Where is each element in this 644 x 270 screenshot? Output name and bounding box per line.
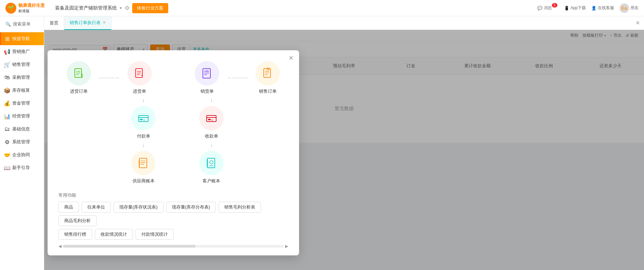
flow-node-purchase-receipt[interactable]: 进货单 <box>119 61 160 94</box>
app-download-btn[interactable]: 📱 App下载 <box>564 5 586 11</box>
func-buttons-row-2: 销售排行榜 收款情况统计 付款情况统计 <box>58 229 288 240</box>
func-btn-product[interactable]: 商品 <box>58 202 79 213</box>
sidebar-item-quick-nav[interactable]: ⊞ 快捷导航 <box>0 32 44 45</box>
svg-rect-34 <box>207 160 208 166</box>
tab-close-btn[interactable]: ✕ <box>103 20 106 25</box>
scroll-right-btn[interactable]: ▶ <box>285 244 288 249</box>
sales-order-label: 销售订单 <box>259 88 277 94</box>
arrow-down-payment: ↓ <box>123 97 164 103</box>
app-icon: 📱 <box>564 6 569 11</box>
purchase-receipt-circle <box>127 61 152 86</box>
svg-rect-29 <box>139 160 140 166</box>
flow-node-supplier-ledger[interactable]: 供应商账本 <box>123 151 164 184</box>
sidebar-item-enterprise[interactable]: 🤝 企业协同 <box>0 148 44 161</box>
marketing-icon: 📢 <box>4 49 10 55</box>
message-badge: 5 <box>552 3 557 7</box>
settings-icon[interactable]: ⚙ <box>125 5 129 11</box>
sidebar-item-inventory[interactable]: 📦 库存核算 <box>0 84 44 97</box>
func-btn-sales-margin[interactable]: 销售毛利分析表 <box>219 202 261 213</box>
sidebar-item-basic[interactable]: 🗂 基础信息 <box>0 123 44 136</box>
common-func-title: 常用功能 <box>58 192 288 198</box>
sidebar-item-newbie[interactable]: 📖 新手引导 <box>0 161 44 174</box>
common-functions: 常用功能 商品 往来单位 现存量(库存状况表) 现存量(库存分布表) 销售毛利分… <box>58 192 288 240</box>
message-btn[interactable]: 💬 消息 5 <box>537 5 559 11</box>
arrow-down-row-2: ↓ ↓ <box>58 142 288 148</box>
expand-icon[interactable]: ▾ <box>120 5 122 11</box>
purchase-order-circle <box>67 61 91 86</box>
finance-icon: 💰 <box>4 100 10 106</box>
close-all-tabs-btn[interactable]: ✕ <box>631 20 644 26</box>
page-content: 帮助 按模板打印 ▾ ↑ 导出 ↺ 刷新 <box>44 30 644 270</box>
sidebar-search[interactable]: 🔍 搜索菜单 <box>0 16 44 32</box>
scrollbar-thumb <box>63 245 195 248</box>
tab-bar: 首页 销售订单执行表 ✕ ✕ <box>44 16 644 30</box>
service-icon: 👤 <box>591 6 596 11</box>
sidebar-item-operation[interactable]: 📊 经营管理 <box>0 110 44 123</box>
logo-text: 畅康通好生意 标准版 <box>18 3 45 13</box>
newbie-icon: 📖 <box>4 165 10 171</box>
sidebar-item-finance[interactable]: 💰 资金管理 <box>0 97 44 110</box>
flow-node-sales-order[interactable]: 销售订单 <box>248 61 288 94</box>
customer-ledger-label: 客户账本 <box>203 178 220 184</box>
top-bar-right: 💬 消息 5 📱 App下载 👤 在线客服 Ea 用友 <box>537 3 639 13</box>
flow-node-sales-invoice[interactable]: 销货单 <box>187 61 227 94</box>
flow-node-receipt[interactable]: ¥ 收款单 <box>191 106 232 139</box>
sales-order-circle <box>256 61 280 86</box>
system-icon: ⚙ <box>4 139 10 145</box>
sidebar-item-purchase[interactable]: 🛍 采购管理 <box>0 71 44 84</box>
flow-node-purchase-order[interactable]: 进货订单 <box>58 61 99 94</box>
func-btn-inventory-status[interactable]: 现存量(库存状况表) <box>114 202 163 213</box>
sales-invoice-circle <box>195 61 219 86</box>
enterprise-icon: 🤝 <box>4 152 10 158</box>
flow-diagram: 进货订单 → <box>58 58 288 187</box>
quick-nav-icon: ⊞ <box>4 36 10 42</box>
search-icon: 🔍 <box>5 22 11 27</box>
operation-icon: 📊 <box>4 113 10 119</box>
func-buttons-row-1: 商品 往来单位 现存量(库存状况表) 现存量(库存分布表) 销售毛利分析表 商品… <box>58 202 288 226</box>
inventory-icon: 📦 <box>4 87 10 93</box>
search-menu-btn[interactable]: 🔍 搜索菜单 <box>3 20 41 29</box>
online-service-btn[interactable]: 👤 在线客服 <box>591 5 614 11</box>
func-btn-product-margin[interactable]: 商品毛利分析 <box>58 215 97 226</box>
func-btn-sales-rank[interactable]: 销售排行榜 <box>58 229 92 240</box>
user-area[interactable]: Ea 用友 <box>620 3 639 13</box>
sidebar-item-system[interactable]: ⚙ 系统管理 <box>0 136 44 148</box>
supplier-ledger-label: 供应商账本 <box>133 178 155 184</box>
sales-invoice-label: 销货单 <box>201 88 214 94</box>
svg-point-35 <box>210 161 213 164</box>
modal-scrollbar[interactable]: ◀ ▶ <box>58 244 288 249</box>
payment-circle: ¥ <box>131 106 156 130</box>
logo-icon: 🌱 <box>5 3 16 14</box>
purchase-order-label: 进货订单 <box>70 88 88 94</box>
tab-home[interactable]: 首页 <box>44 16 64 30</box>
scrollbar-track[interactable] <box>63 245 284 248</box>
message-icon: 💬 <box>537 6 542 11</box>
sidebar-item-sales[interactable]: 🛒 销售管理 <box>0 58 44 71</box>
svg-rect-22 <box>140 119 143 120</box>
svg-text:¥: ¥ <box>211 119 213 122</box>
flow-node-payment[interactable]: ¥ 付款单 <box>123 106 164 139</box>
func-btn-receipt-stats[interactable]: 收款情况统计 <box>95 229 133 240</box>
supplier-ledger-circle <box>131 151 156 175</box>
experience-btn[interactable]: 体验行业方案 <box>132 3 168 13</box>
scroll-left-btn[interactable]: ◀ <box>58 244 62 249</box>
flow-node-customer-ledger[interactable]: 客户账本 <box>191 151 232 184</box>
arrow-down-row: ↓ ↓ <box>58 97 288 103</box>
svg-rect-28 <box>139 158 147 168</box>
arrow-h-2: ← <box>227 75 248 80</box>
arrow-down-receipt: ↓ <box>191 97 232 103</box>
sidebar-item-marketing[interactable]: 📢 营销推广 <box>0 45 44 58</box>
svg-text:¥: ¥ <box>143 119 145 122</box>
svg-rect-26 <box>208 119 211 120</box>
func-btn-payment-stats[interactable]: 付款情况统计 <box>136 229 174 240</box>
payment-label: 付款单 <box>137 133 150 139</box>
arrow-down-customer: ↓ <box>191 142 232 148</box>
arrow-down-supplier: ↓ <box>123 142 164 148</box>
tab-sales-order[interactable]: 销售订单执行表 ✕ <box>64 16 111 30</box>
func-btn-trade-unit[interactable]: 往来单位 <box>82 202 111 213</box>
modal-overlay[interactable]: ✕ 进货订单 <box>44 30 644 270</box>
modal-close-btn[interactable]: ✕ <box>289 54 294 62</box>
top-bar-center: 装备及固定资产辅助管理系统 ▾ ⚙ 体验行业方案 <box>50 3 537 13</box>
func-btn-inventory-dist[interactable]: 现存量(库存分布表) <box>166 202 216 213</box>
user-avatar: Ea <box>620 3 629 13</box>
